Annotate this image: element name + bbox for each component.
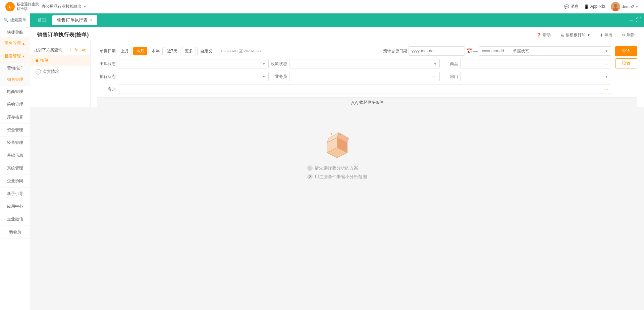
department-cell: 部门 ▼ bbox=[440, 72, 611, 81]
help-btn[interactable]: ❓ 帮助 bbox=[534, 31, 553, 39]
date-btn-this-month[interactable]: 本月 bbox=[133, 47, 147, 55]
settings-btn[interactable]: 设置 bbox=[615, 58, 637, 68]
user-menu[interactable]: demo2 ▼ bbox=[611, 2, 639, 11]
shipment-select[interactable]: ▼ bbox=[118, 59, 269, 68]
shipment-cell: 出库状态 ▼ bbox=[97, 59, 269, 68]
print-btn[interactable]: 🖨 按模板打印 bbox=[557, 31, 593, 39]
date-range-display: 2023-03-01 至 2023-03-31 bbox=[219, 49, 263, 54]
tab-home[interactable]: 首页 bbox=[33, 15, 51, 25]
message-btn[interactable]: 💬 消息 bbox=[564, 4, 579, 9]
sidebar-item-system[interactable]: 系统管理 bbox=[0, 162, 30, 175]
left-item-by-order[interactable]: 按单 bbox=[30, 55, 90, 66]
expected-date-start[interactable] bbox=[409, 46, 465, 56]
expected-date-cell: 预计交货日期 📅 — 📅 bbox=[383, 46, 511, 56]
print-icon: 🖨 bbox=[560, 33, 564, 38]
page-title: 销售订单执行表(按单) bbox=[37, 32, 89, 39]
goods-dots[interactable]: ··· bbox=[604, 61, 608, 66]
sidebar-item-marketing[interactable]: 营销推广 bbox=[0, 63, 30, 74]
payment-cell: 收款状态 ▼ bbox=[269, 59, 440, 68]
date-btn-this-year[interactable]: 本年 bbox=[149, 47, 163, 55]
hint-1: 1 请先选择要分析的方案 bbox=[307, 165, 367, 171]
query-btn[interactable]: 查询 bbox=[615, 46, 637, 56]
tab-close-icon[interactable]: × bbox=[90, 18, 93, 22]
department-select[interactable]: ▼ bbox=[460, 72, 611, 81]
sidebar-item-newbie[interactable]: 新手引导 bbox=[0, 188, 30, 200]
header-right: 💬 消息 📱 App下载 demo2 ▼ bbox=[564, 2, 639, 11]
hint-1-text: 请先选择要分析的方案 bbox=[315, 165, 358, 171]
shipment-arrow: ▼ bbox=[262, 62, 266, 66]
customer-dots[interactable]: ··· bbox=[604, 87, 608, 92]
svg-text:好: 好 bbox=[8, 5, 12, 9]
department-label: 部门 bbox=[440, 74, 458, 80]
export-btn[interactable]: ⬇ 导出 bbox=[597, 31, 615, 39]
sidebar-item-wechat[interactable]: 企业微信 bbox=[0, 213, 30, 226]
status-select[interactable]: ▼ bbox=[531, 46, 611, 56]
circle-icon: ○ bbox=[36, 69, 41, 74]
sidebar-item-finance[interactable]: 资金管理 bbox=[0, 124, 30, 137]
svg-text:✦: ✦ bbox=[339, 133, 341, 137]
tab-sales-order[interactable]: 销售订单执行表 × bbox=[52, 15, 97, 25]
customer-input[interactable]: ··· bbox=[118, 85, 611, 94]
salesperson-cell: 业务员 ··· bbox=[269, 72, 440, 81]
date-btn-custom[interactable]: 自定义 bbox=[197, 47, 215, 55]
date-buttons: 上月 本月 本年 近7天 更多 自定义 bbox=[118, 47, 215, 55]
sidebar-item-member[interactable]: 畅会员 bbox=[0, 226, 30, 239]
salesperson-label: 业务员 bbox=[269, 74, 287, 80]
goods-input[interactable]: ··· bbox=[460, 59, 611, 68]
add-scheme-btn[interactable]: + bbox=[69, 47, 72, 53]
sidebar-item-quicknav[interactable]: 快捷导航 bbox=[0, 28, 30, 37]
page-header: 销售订单执行表(按单) ❓ 帮助 🖨 按模板打印 ⬇ 导出 bbox=[30, 27, 644, 42]
edit-scheme-btn[interactable]: ✎ bbox=[74, 47, 78, 53]
sidebar-item-sales[interactable]: 销售管理 bbox=[0, 74, 30, 86]
hint-1-num: 1 bbox=[307, 165, 313, 171]
salesperson-dots[interactable]: ··· bbox=[433, 74, 437, 79]
collapse-bar[interactable]: ⋀⋀ 收起更多条件 bbox=[97, 97, 637, 107]
date-btn-last-month[interactable]: 上月 bbox=[118, 47, 132, 55]
app-download-btn[interactable]: 📱 App下载 bbox=[584, 4, 605, 9]
sidebar-item-appstore[interactable]: 应用中心 bbox=[0, 200, 30, 213]
search-menu-btn[interactable]: 🔍 搜索菜单 bbox=[2, 16, 28, 24]
phone-icon: 📱 bbox=[584, 4, 589, 9]
hint-2-num: 2 bbox=[307, 174, 313, 179]
status-label: 单据状态 bbox=[511, 48, 529, 54]
date-btn-more[interactable]: 更多 bbox=[182, 47, 196, 55]
empty-text: 1 请先选择要分析的方案 2 用过滤条件来缩小分析范围 bbox=[307, 165, 367, 180]
sidebar-item-inventory[interactable]: 库存核算 bbox=[0, 111, 30, 124]
sidebar-item-operations[interactable]: 经营管理 bbox=[0, 137, 30, 149]
minimize-icon[interactable]: ─ bbox=[630, 17, 633, 23]
payment-arrow: ▼ bbox=[433, 62, 437, 66]
expected-date-label: 预计交货日期 bbox=[383, 48, 407, 54]
empty-state: ✦ ★ ✦ 1 请先选择要分析的方案 2 用过滤条件来缩小分析范围 bbox=[307, 127, 367, 180]
sidebar-item-ecommerce[interactable]: 电商管理 bbox=[0, 86, 30, 98]
dot-icon bbox=[36, 59, 38, 62]
shipment-label: 出库状态 bbox=[97, 61, 116, 67]
execution-select[interactable]: ▼ bbox=[118, 72, 269, 81]
help-icon: ❓ bbox=[536, 33, 541, 38]
sidebar-item-wholesale[interactable]: 批发管理 ▲ bbox=[0, 50, 30, 63]
calendar-start-icon[interactable]: 📅 bbox=[466, 48, 472, 54]
filter-rows-wrapper: 单据日期 上月 本月 本年 近7天 更多 自定义 bbox=[97, 46, 637, 97]
maximize-icon[interactable]: ⛶ bbox=[636, 17, 641, 23]
avatar bbox=[611, 2, 620, 11]
customer-cell: 客户 ··· bbox=[97, 85, 611, 94]
refresh-btn[interactable]: ↻ 刷新 bbox=[619, 31, 637, 39]
logo-icon: 好 bbox=[5, 2, 15, 11]
breadcrumb[interactable]: 办公用品行业模拟账套 ▼ bbox=[42, 4, 87, 9]
payment-select[interactable]: ▼ bbox=[289, 59, 440, 68]
sidebar-item-enterprise[interactable]: 企业协同 bbox=[0, 175, 30, 188]
left-item-by-debt[interactable]: ○ 欠货情况 bbox=[30, 66, 90, 77]
search-icon: 🔍 bbox=[4, 18, 9, 22]
sidebar-item-zero-retail[interactable]: 零售管理 bbox=[0, 37, 30, 50]
salesperson-input[interactable]: ··· bbox=[289, 72, 440, 81]
top-header: 好 畅捷通好生意 标准版 办公用品行业模拟账套 ▼ 💬 消息 📱 App下载 bbox=[0, 0, 644, 13]
sidebar-item-basic[interactable]: 基础信息 bbox=[0, 149, 30, 162]
header-left: 好 畅捷通好生意 标准版 办公用品行业模拟账套 ▼ bbox=[5, 2, 87, 11]
sidebar-item-purchase[interactable]: 采购管理 bbox=[0, 98, 30, 111]
collapse-panel-btn[interactable]: ≪ bbox=[81, 47, 86, 53]
date-label: 单据日期 bbox=[97, 48, 116, 54]
filter-section: 单据日期 上月 本月 本年 近7天 更多 自定义 bbox=[91, 42, 644, 107]
execution-cell: 执行状态 ▼ bbox=[97, 72, 269, 81]
filter-row-2: 出库状态 ▼ 收款状态 bbox=[97, 59, 611, 68]
date-btn-7days[interactable]: 近7天 bbox=[164, 47, 180, 55]
svg-text:★: ★ bbox=[344, 138, 346, 141]
